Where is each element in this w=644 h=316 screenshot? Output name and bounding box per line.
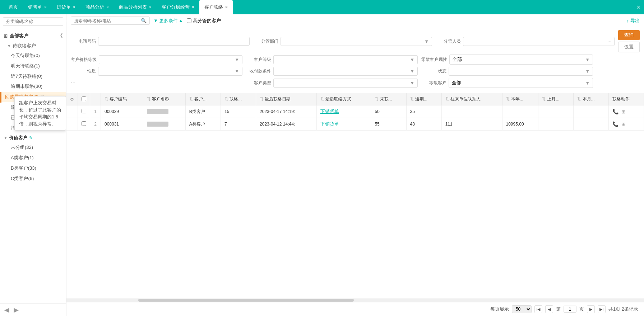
cell-name bbox=[143, 105, 185, 118]
export-btn[interactable]: ↑ 导出 bbox=[627, 18, 640, 24]
tree-item-7days[interactable]: 近7天待联络(0) bbox=[0, 71, 66, 82]
table-wrap: ⚙ ⇅ 客户编码 ⇅ 客户名称 ⇅ 客户... ⇅ 联络... ⇅ 最后联络日期… bbox=[66, 93, 644, 298]
sidebar-search-icon[interactable]: 🔍 bbox=[65, 19, 66, 24]
col-code: ⇅ 客户编码 bbox=[101, 93, 143, 105]
filter-person-select[interactable]: ··· bbox=[463, 37, 615, 46]
nav-contact-close[interactable]: × bbox=[225, 5, 228, 10]
filter-status-select[interactable]: ▼ bbox=[449, 67, 593, 76]
col-settings[interactable]: ⚙ bbox=[66, 93, 78, 105]
nav-segment-close[interactable]: × bbox=[192, 5, 194, 10]
main-search-input[interactable] bbox=[74, 18, 139, 23]
collapse-btn[interactable]: 《 bbox=[58, 33, 62, 39]
edit-value-icon[interactable]: ✎ bbox=[29, 135, 33, 141]
settings-btn[interactable]: 设置 bbox=[618, 42, 640, 52]
cell-last-month bbox=[538, 105, 574, 118]
arrow-down-icon2: ▼ bbox=[4, 136, 8, 140]
nav-customer-segment[interactable]: 客户分层经营 × bbox=[157, 0, 199, 14]
main-search-icon[interactable]: 🔍 bbox=[141, 18, 147, 23]
tree-item-c-class[interactable]: C类客户(6) bbox=[0, 174, 66, 184]
tree-section-pending[interactable]: ▼ 待联络客户 bbox=[0, 41, 66, 51]
per-page-select[interactable]: 50 100 200 bbox=[512, 305, 532, 313]
filter-cust-type-select[interactable]: ▼ bbox=[273, 79, 418, 88]
filter-cust-grade-select[interactable]: ▼ bbox=[273, 55, 418, 64]
nav-close-all-btn[interactable]: × bbox=[636, 4, 640, 11]
nav-home[interactable]: 首页 bbox=[4, 0, 23, 14]
sidebar-prev-btn[interactable]: ◀ bbox=[3, 305, 11, 315]
customer-table: ⚙ ⇅ 客户编码 ⇅ 客户名称 ⇅ 客户... ⇅ 联络... ⇅ 最后联络日期… bbox=[66, 93, 644, 131]
nav-product-analysis-close[interactable]: × bbox=[106, 5, 109, 10]
sort-icon: ⇅ bbox=[105, 96, 108, 102]
cell-this-month bbox=[574, 105, 609, 118]
nav-purchase[interactable]: 进货单 × bbox=[52, 0, 80, 14]
cell-last-date: 2023-04-17 14:19: bbox=[256, 105, 317, 118]
col-checkbox[interactable] bbox=[78, 93, 90, 105]
query-btn[interactable]: 查询 bbox=[618, 30, 640, 40]
nav-purchase-close[interactable]: × bbox=[73, 5, 75, 10]
table-header-row: ⚙ ⇅ 客户编码 ⇅ 客户名称 ⇅ 客户... ⇅ 联络... ⇅ 最后联络日期… bbox=[66, 93, 644, 105]
tree-item-today[interactable]: 今天待联络(0) bbox=[0, 51, 66, 61]
tree-item-b-class[interactable]: B类客户(33) bbox=[0, 163, 66, 174]
cell-checkbox[interactable] bbox=[78, 118, 90, 131]
filter-phone-input[interactable] bbox=[98, 37, 250, 46]
h-scrollbar[interactable] bbox=[66, 298, 644, 302]
next-page-btn[interactable]: ▶ bbox=[587, 305, 595, 313]
sort-icon8: ⇅ bbox=[410, 96, 414, 102]
active-indicator bbox=[0, 92, 1, 103]
filter-row-1: 电话号码 分管部门 ▼ 分管人员 ··· bbox=[71, 30, 640, 52]
action-grid-icon[interactable]: ⊞ bbox=[621, 109, 626, 114]
sidebar-search-input[interactable] bbox=[3, 17, 63, 26]
tree-item-ungroup[interactable]: 未分组(32) bbox=[0, 142, 66, 153]
select-all-checkbox[interactable] bbox=[82, 96, 86, 101]
first-page-btn[interactable]: |◀ bbox=[534, 305, 542, 313]
last-page-btn[interactable]: ▶| bbox=[598, 305, 606, 313]
table-body: 1 000039 B类客户 15 2023-04-17 14:19: 下销货单 … bbox=[66, 105, 644, 131]
col-action: 联络动作 bbox=[609, 93, 644, 105]
col-overdue: ⇅ 逾期... bbox=[406, 93, 441, 105]
filter-bar: 🔍 ▼ 更多条件 ▲ 我分管的客户 ↑ 导出 bbox=[66, 14, 644, 27]
filter-label-cust-grade: 客户等级 bbox=[246, 57, 271, 63]
more-conditions-btn[interactable]: ▼ 更多条件 ▲ bbox=[153, 18, 183, 24]
filter-nature-select[interactable]: ▼ bbox=[98, 67, 242, 76]
filter-payment-select[interactable]: ▼ bbox=[273, 67, 418, 76]
filter-cell-nature: 性质 ▼ bbox=[71, 67, 242, 76]
my-customer-checkbox[interactable] bbox=[187, 18, 191, 23]
tree-item-tomorrow[interactable]: 明天待联络(1) bbox=[0, 61, 66, 71]
filter-icon: ▼ bbox=[153, 18, 158, 23]
prev-page-btn[interactable]: ◀ bbox=[545, 305, 553, 313]
cell-action: 📞 ⊞ bbox=[609, 105, 644, 118]
filter-label-payment: 收付款条件 bbox=[246, 68, 271, 74]
filter-cell-status: 状态 ▼ bbox=[421, 67, 593, 76]
action-phone-icon[interactable]: 📞 bbox=[612, 109, 618, 114]
ellipsis-btn[interactable]: ··· bbox=[71, 80, 75, 86]
nav-sales-close[interactable]: × bbox=[44, 5, 47, 10]
page-number-input[interactable] bbox=[564, 306, 576, 313]
nav-product-analysis-list[interactable]: 商品分析列表 × bbox=[114, 0, 157, 14]
filter-scatter-attr-select[interactable]: 全部 ▼ bbox=[449, 55, 593, 65]
filter-price-grade-select[interactable]: ▼ bbox=[99, 55, 242, 64]
search-input-wrap: 🔍 bbox=[71, 16, 150, 25]
filter-scatter-cust-select[interactable]: 全部 ▼ bbox=[449, 78, 593, 88]
cell-overdue: 48 bbox=[406, 118, 441, 131]
h-scrollbar-thumb[interactable] bbox=[138, 299, 354, 302]
total-label: 共1页 2条记录 bbox=[608, 306, 638, 312]
cell-checkbox[interactable] bbox=[78, 105, 90, 118]
sort-icon9: ⇅ bbox=[445, 96, 449, 102]
nav-sales[interactable]: 销售单 × bbox=[23, 0, 52, 14]
tree-item-a-class[interactable]: A类客户(1) bbox=[0, 153, 66, 163]
all-customers-header[interactable]: ⊞ 全部客户 《 bbox=[0, 30, 66, 41]
filter-label-phone: 电话号码 bbox=[71, 38, 96, 44]
filter-cell-phone: 电话号码 bbox=[71, 37, 250, 46]
col-unit-contact: ⇅ 往来单位联系人 bbox=[441, 93, 502, 105]
filter-cell-person: 分管人员 ··· bbox=[436, 37, 615, 46]
sidebar-next-btn[interactable]: ▶ bbox=[12, 305, 20, 315]
chevron-down-icon8: ▼ bbox=[585, 80, 590, 86]
filter-dept-select[interactable]: ▼ bbox=[281, 37, 432, 46]
nav-product-analysis[interactable]: 商品分析 × bbox=[80, 0, 114, 14]
action-phone-icon[interactable]: 📞 bbox=[612, 121, 618, 127]
nav-product-list-close[interactable]: × bbox=[149, 5, 152, 10]
tree-item-overdue[interactable]: 逾期未联络(30) bbox=[0, 81, 66, 92]
chevron-down-icon4: ▼ bbox=[235, 69, 239, 74]
nav-customer-contact[interactable]: 客户联络 × bbox=[199, 0, 233, 14]
cell-num: 2 bbox=[90, 118, 101, 131]
action-grid-icon[interactable]: ⊞ bbox=[621, 121, 626, 127]
